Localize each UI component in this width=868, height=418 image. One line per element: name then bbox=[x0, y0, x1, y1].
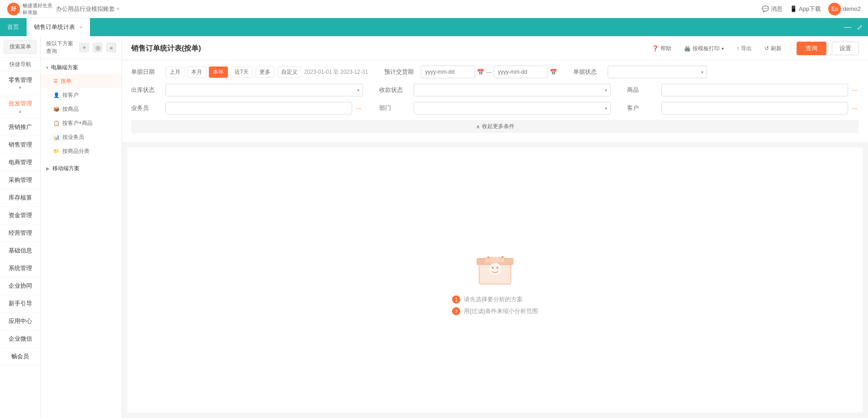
desktop-section-title[interactable]: ▾ 电脑端方案 bbox=[41, 61, 122, 74]
out-status-label: 出库状态 bbox=[131, 86, 158, 94]
svg-point-3 bbox=[489, 263, 501, 276]
tab-home[interactable]: 首页 bbox=[0, 18, 27, 36]
avatar: Ea bbox=[828, 3, 841, 15]
sidebar-item-member[interactable]: 畅会员 bbox=[0, 348, 40, 366]
salesperson-input[interactable] bbox=[165, 102, 352, 114]
wholesale-arrow-icon: ▴ bbox=[19, 109, 21, 114]
date-last-month-button[interactable]: 上月 bbox=[165, 66, 184, 78]
date-more-button[interactable]: 更多 bbox=[255, 66, 274, 78]
product-more-button[interactable]: ··· bbox=[850, 86, 859, 94]
empty-illustration bbox=[468, 241, 522, 286]
sidebar-item-quick-nav[interactable]: 快捷导航 bbox=[0, 58, 40, 71]
collapse-button[interactable]: ∧ 收起更多条件 bbox=[131, 120, 859, 133]
customer-more-button[interactable]: ··· bbox=[850, 104, 859, 112]
empty-step-2: 2 用[过滤]条件来缩小分析范围 bbox=[452, 307, 538, 315]
refresh-button[interactable]: ↺ 刷新 bbox=[761, 43, 785, 54]
scheme-by-product[interactable]: 📦 按商品 bbox=[41, 102, 122, 116]
sidebar-item-operation[interactable]: 经营管理 bbox=[0, 224, 40, 242]
page-header: 销售订单统计表(按单) ❓ 帮助 🖨️ 按模板打印 ▾ ↑ 导出 bbox=[122, 36, 868, 60]
sidebar-item-corp-wechat[interactable]: 企业微信 bbox=[0, 330, 40, 348]
query-button[interactable]: 查询 bbox=[797, 42, 826, 55]
mobile-section-title[interactable]: ▶ 移动端方案 bbox=[41, 162, 122, 175]
add-scheme-button[interactable]: ＋ bbox=[79, 43, 89, 52]
message-icon: 💬 bbox=[762, 5, 769, 12]
product-input[interactable] bbox=[661, 84, 848, 96]
top-bar: 好 畅捷通好生意 标准版 办公用品行业模拟账套 ▾ 💬 消息 📱 App下载 E… bbox=[0, 0, 868, 18]
collapse-panel-button[interactable]: « bbox=[106, 43, 116, 52]
date-range-text: 2023-01-01 至 2023-12-31 bbox=[304, 68, 368, 76]
print-dropdown-icon[interactable]: ▾ bbox=[722, 46, 724, 51]
sidebar-item-sales[interactable]: 销售管理 bbox=[0, 136, 40, 154]
department-select-container: ▾ bbox=[414, 102, 611, 114]
page-actions: ❓ 帮助 🖨️ 按模板打印 ▾ ↑ 导出 ↺ 刷新 bbox=[648, 42, 859, 55]
date-last-7-days-button[interactable]: 近7天 bbox=[231, 66, 253, 78]
sidebar-item-system[interactable]: 系统管理 bbox=[0, 260, 40, 277]
settings-button[interactable]: 设置 bbox=[832, 42, 859, 55]
tab-close-icon[interactable]: × bbox=[80, 25, 82, 30]
print-button[interactable]: 🖨️ 按模板打印 ▾ bbox=[680, 43, 727, 54]
sidebar: 搜索菜单 快捷导航 零售管理 ▾ 批发管理 ▴ 营销推广 销售管理 电商管理 采… bbox=[0, 36, 41, 418]
collapse-icon: ∧ bbox=[476, 124, 480, 130]
scheme-by-order[interactable]: ☰ 按单 bbox=[41, 74, 122, 88]
logo-text: 畅捷通好生意 标准版 bbox=[23, 2, 52, 15]
out-status-select[interactable] bbox=[165, 84, 363, 96]
scheme-by-customer-product[interactable]: 📋 按客户+商品 bbox=[41, 116, 122, 130]
sidebar-item-retail[interactable]: 零售管理 ▾ bbox=[0, 71, 40, 95]
user-menu-button[interactable]: Ea demo2 bbox=[828, 3, 861, 15]
date-this-year-button[interactable]: 本年 bbox=[209, 66, 228, 78]
app-download-button[interactable]: 📱 App下载 bbox=[790, 5, 821, 13]
sidebar-item-wholesale[interactable]: 批发管理 ▴ bbox=[0, 95, 40, 119]
scheme-by-salesperson[interactable]: 📊 按业务员 bbox=[41, 130, 122, 144]
help-button[interactable]: ❓ 帮助 bbox=[648, 43, 675, 54]
customer-label: 客户 bbox=[627, 104, 654, 112]
scheme-by-customer[interactable]: 👤 按客户 bbox=[41, 88, 122, 102]
sidebar-item-marketing[interactable]: 营销推广 bbox=[0, 119, 40, 136]
sidebar-item-purchase[interactable]: 采购管理 bbox=[0, 171, 40, 189]
payment-status-select[interactable] bbox=[414, 84, 611, 96]
sidebar-item-enterprise[interactable]: 企业协同 bbox=[0, 277, 40, 295]
sidebar-item-inventory[interactable]: 库存核算 bbox=[0, 189, 40, 207]
breadcrumb[interactable]: 办公用品行业模拟账套 ▾ bbox=[56, 5, 120, 13]
payment-status-select-container: ▾ bbox=[414, 84, 611, 96]
step-1-num: 1 bbox=[452, 295, 460, 304]
svg-point-9 bbox=[502, 256, 504, 258]
customer-input[interactable] bbox=[661, 102, 848, 114]
expand-icon[interactable]: ⤢ bbox=[857, 23, 863, 32]
department-label: 部门 bbox=[379, 104, 406, 112]
page-title-row: 销售订单统计表(按单) ❓ 帮助 🖨️ 按模板打印 ▾ ↑ 导出 bbox=[131, 42, 859, 60]
content-area: 销售订单统计表(按单) ❓ 帮助 🖨️ 按模板打印 ▾ ↑ 导出 bbox=[122, 36, 868, 418]
logo-area: 好 畅捷通好生意 标准版 bbox=[7, 2, 52, 15]
empty-step-1: 1 请先选择要分析的方案 bbox=[452, 295, 538, 304]
message-button[interactable]: 💬 消息 bbox=[762, 5, 783, 13]
scheme-settings-button[interactable]: ◎ bbox=[93, 43, 103, 52]
status-select[interactable] bbox=[608, 66, 707, 78]
desktop-scheme-section: ▾ 电脑端方案 ☰ 按单 👤 按客户 📦 按商品 📋 按客户+商品 📊 按业 bbox=[41, 59, 122, 160]
sidebar-item-ecom[interactable]: 电商管理 bbox=[0, 154, 40, 171]
by-product-icon: 📦 bbox=[53, 106, 60, 112]
status-select-container: ▾ bbox=[608, 66, 707, 78]
tab-spacer bbox=[90, 18, 839, 36]
export-button[interactable]: ↑ 导出 bbox=[733, 43, 755, 54]
date-this-month-button[interactable]: 本月 bbox=[187, 66, 206, 78]
search-menu-button[interactable]: 搜索菜单 bbox=[4, 40, 37, 54]
sidebar-item-appstore[interactable]: 应用中心 bbox=[0, 313, 40, 330]
expected-date-start-input[interactable] bbox=[421, 66, 475, 78]
calendar-end-icon[interactable]: 📅 bbox=[550, 69, 557, 76]
step-2-num: 2 bbox=[452, 307, 460, 315]
scheme-by-category[interactable]: 📁 按商品分类 bbox=[41, 144, 122, 158]
calendar-start-icon[interactable]: 📅 bbox=[477, 69, 484, 76]
date-custom-button[interactable]: 自定义 bbox=[277, 66, 302, 78]
empty-steps: 1 请先选择要分析的方案 2 用[过滤]条件来缩小分析范围 bbox=[452, 295, 538, 319]
sidebar-item-newbie[interactable]: 新手引导 bbox=[0, 295, 40, 313]
department-select[interactable] bbox=[414, 102, 611, 114]
salesperson-more-button[interactable]: ··· bbox=[354, 104, 363, 112]
sidebar-item-finance[interactable]: 资金管理 bbox=[0, 207, 40, 224]
tab-sales-order-stats[interactable]: 销售订单统计表 × bbox=[27, 18, 90, 36]
expected-date-range: 📅 — 📅 bbox=[421, 66, 557, 78]
breadcrumb-arrow-icon: ▾ bbox=[117, 5, 120, 12]
retail-arrow-icon: ▾ bbox=[19, 85, 21, 90]
sidebar-item-basic[interactable]: 基础信息 bbox=[0, 242, 40, 260]
expected-date-end-input[interactable] bbox=[494, 66, 548, 78]
svg-point-4 bbox=[492, 267, 494, 269]
minimize-icon[interactable]: — bbox=[844, 23, 851, 31]
